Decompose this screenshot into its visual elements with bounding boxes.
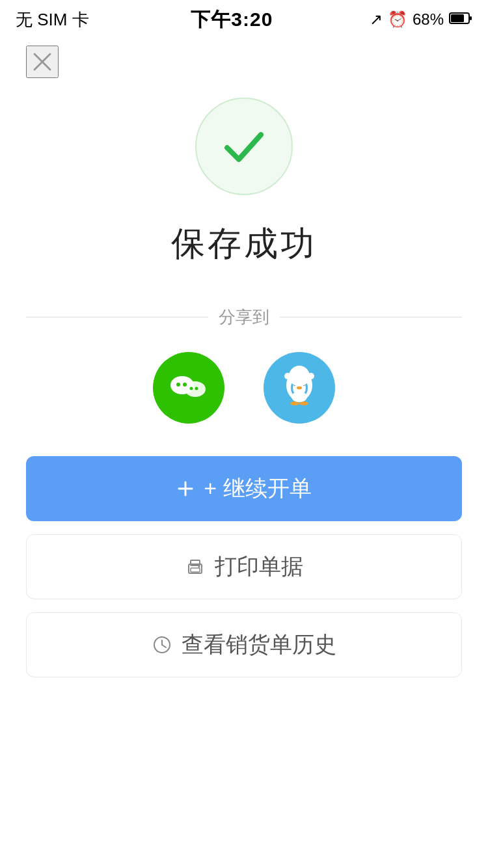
svg-point-8: [183, 383, 187, 387]
history-button[interactable]: 查看销货单历史: [26, 612, 462, 677]
clock-icon: [152, 634, 172, 655]
share-section: 分享到: [0, 306, 488, 424]
svg-rect-29: [191, 568, 200, 572]
svg-point-22: [289, 366, 310, 387]
carrier-label: 无 SIM 卡: [16, 8, 89, 31]
print-button[interactable]: 打印单据: [26, 534, 462, 599]
success-circle: [195, 98, 293, 195]
share-label: 分享到: [219, 306, 269, 329]
share-divider: 分享到: [0, 306, 488, 329]
continue-order-label: + 继续开单: [204, 474, 311, 504]
svg-rect-1: [451, 14, 464, 22]
battery-label: 68%: [413, 10, 444, 29]
svg-point-9: [190, 387, 193, 390]
history-label: 查看销货单历史: [182, 630, 336, 660]
actions: + 继续开单 打印单据 查看销货单历史: [0, 456, 488, 677]
printer-icon: [185, 556, 206, 577]
qq-share-button[interactable]: [264, 352, 335, 424]
share-icons: [153, 352, 335, 424]
alarm-icon: ⏰: [388, 10, 407, 29]
svg-point-19: [290, 401, 299, 405]
svg-rect-2: [470, 16, 472, 20]
plus-icon: [176, 480, 195, 498]
status-bar: 无 SIM 卡 下午3:20 ↗ ⏰ 68%: [0, 0, 488, 39]
print-label: 打印单据: [215, 552, 303, 582]
location-icon: ↗: [370, 10, 383, 29]
continue-order-button[interactable]: + 继续开单: [26, 456, 462, 521]
svg-point-10: [195, 387, 198, 390]
battery-icon: [449, 10, 472, 29]
main-content: 保存成功 分享到: [0, 39, 488, 677]
divider-line-right: [280, 317, 462, 318]
divider-line-left: [26, 317, 208, 318]
svg-point-7: [176, 383, 180, 387]
svg-point-20: [299, 401, 308, 405]
save-success-title: 保存成功: [171, 221, 317, 267]
svg-point-21: [291, 392, 307, 402]
svg-point-24: [308, 373, 314, 379]
svg-point-30: [198, 566, 200, 568]
status-left: 无 SIM 卡: [16, 8, 94, 31]
close-button[interactable]: [26, 46, 59, 78]
status-right: ↗ ⏰ 68%: [370, 10, 472, 29]
svg-point-23: [284, 373, 291, 379]
svg-line-33: [162, 645, 166, 647]
svg-point-18: [297, 387, 302, 390]
wechat-share-button[interactable]: [153, 352, 224, 424]
status-time: 下午3:20: [191, 7, 273, 33]
